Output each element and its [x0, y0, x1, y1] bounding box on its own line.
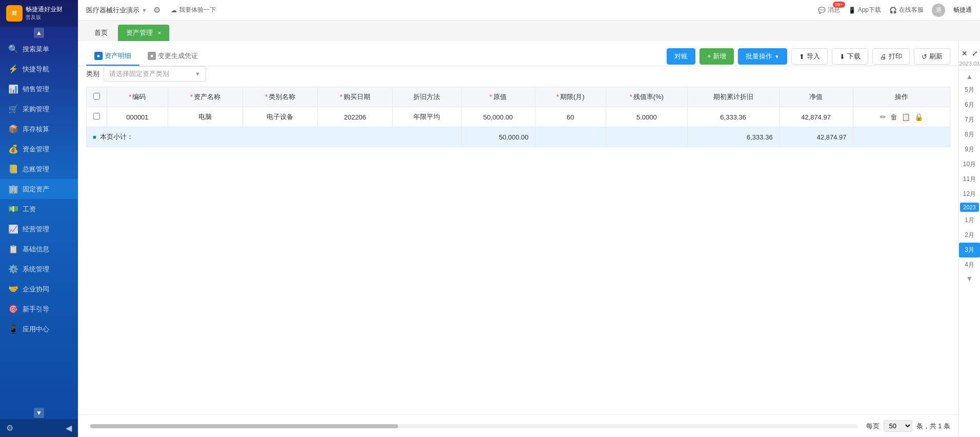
refresh-button[interactable]: ↺ 刷新 [914, 48, 950, 65]
download-icon: ⬇ [839, 53, 845, 61]
rp-month-1[interactable]: 1月 [959, 213, 980, 228]
rp-month-10[interactable]: 10月 [959, 157, 980, 172]
sidebar-item-basic[interactable]: 📋 基础信息 [0, 239, 78, 259]
cell-name: 电脑 [168, 107, 243, 127]
sidebar-item-sales[interactable]: 📊 销售管理 [0, 79, 78, 99]
row-select-checkbox[interactable] [93, 113, 100, 120]
import-button[interactable]: ⬆ 导入 [791, 48, 828, 65]
logo-icon: 财 [6, 5, 23, 22]
tab-close-icon[interactable]: × [158, 30, 161, 36]
sidebar-scroll-up[interactable]: ▲ [34, 28, 44, 38]
settings-icon[interactable]: ⚙ [6, 423, 13, 433]
th-category: *类别名称 [243, 87, 317, 107]
message-button[interactable]: 💬 消息 99+ [818, 6, 840, 14]
rp-month-9[interactable]: 9月 [959, 142, 980, 157]
sidebar-item-appstore[interactable]: 📱 应用中心 [0, 319, 78, 339]
th-purchase-date: *购买日期 [317, 87, 392, 107]
ledger-icon: 📒 [8, 164, 18, 174]
category-select-arrow: ▼ [195, 71, 201, 77]
username[interactable]: 畅捷通 [953, 6, 972, 14]
reconcile-button[interactable]: 对账 [667, 48, 695, 65]
page-tabs: 首页 资产管理 × [78, 21, 980, 41]
topbar-settings-icon[interactable]: ⚙ [153, 5, 161, 15]
category-select[interactable]: 请选择固定资产类别 ▼ [104, 66, 206, 82]
th-net-value: 净值 [779, 87, 853, 107]
rp-month-5[interactable]: 5月 [959, 83, 980, 97]
rp-month-8[interactable]: 8月 [959, 127, 980, 142]
rp-month-7[interactable]: 7月 [959, 112, 980, 127]
rp-month-12[interactable]: 12月 [959, 187, 980, 202]
operation-icon: 📈 [8, 224, 18, 234]
lock-icon[interactable]: 🔒 [914, 113, 923, 121]
content-main: ■ 资产明细 ■ 变更生成凭证 对账 + 新增 批量操作 ▼ ⬆ [78, 41, 958, 437]
sidebar-item-quicknav[interactable]: ⚡ 快捷导航 [0, 59, 78, 79]
service-button[interactable]: 🎧 在线客服 [889, 6, 924, 14]
asset-detail-icon: ■ [94, 52, 103, 60]
message-icon: 💬 [818, 7, 826, 14]
sidebar-item-guide[interactable]: 🎯 新手引导 [0, 299, 78, 319]
rp-month-11[interactable]: 11月 [959, 172, 980, 187]
sidebar-item-collab[interactable]: 🤝 企业协同 [0, 279, 78, 299]
print-button[interactable]: 🖨 打印 [872, 48, 910, 65]
cell-purchase-date: 202206 [317, 107, 392, 127]
table-header-row: *编码 *资产名称 *类别名称 *购买日期 折旧方法 *原值 *期限(月) *残… [87, 87, 950, 107]
cell-action: ✏ 🗑 📋 🔒 [853, 107, 950, 127]
company-name: 医疗器械行业演示 [86, 6, 139, 15]
rp-scroll-down-icon[interactable]: ▼ [964, 272, 975, 285]
sidebar-item-ledger[interactable]: 📒 总账管理 [0, 159, 78, 179]
rp-month-6[interactable]: 6月 [959, 97, 980, 112]
sidebar-item-operation[interactable]: 📈 经营管理 [0, 219, 78, 239]
page-size-select[interactable]: 50 10 20 100 [884, 420, 912, 432]
filter-label: 类别 [86, 69, 99, 78]
sidebar-item-fixed[interactable]: 🏢 固定资产 [0, 179, 78, 199]
add-button[interactable]: + 新增 [699, 48, 734, 65]
appdown-button[interactable]: 📱 App下载 [848, 6, 881, 14]
rp-scroll-up-icon[interactable]: ▲ [964, 70, 975, 83]
sidebar-item-search[interactable]: 🔍 搜索菜单 [0, 39, 78, 59]
inventory-icon: 📦 [8, 124, 18, 134]
table-scrollbar[interactable] [90, 424, 858, 428]
service-icon: 🎧 [889, 7, 897, 14]
import-icon: ⬆ [799, 53, 805, 61]
rp-month-2[interactable]: 2月 [959, 228, 980, 243]
copy-icon[interactable]: 📋 [902, 113, 910, 121]
sidebar-nav: 🔍 搜索菜单 ⚡ 快捷导航 📊 销售管理 🛒 采购管理 📦 库存核算 💰 资金管… [0, 39, 78, 407]
sidebar-item-funds[interactable]: 💰 资金管理 [0, 139, 78, 159]
select-all-checkbox[interactable] [93, 93, 100, 100]
cell-code: 000001 [107, 107, 168, 127]
basic-icon: 📋 [8, 244, 18, 254]
company-selector[interactable]: 医疗器械行业演示 ▼ [86, 6, 147, 15]
tab-assets[interactable]: 资产管理 × [118, 25, 169, 41]
sidebar-scroll-down[interactable]: ▼ [34, 408, 44, 418]
sidebar-item-salary[interactable]: 💵 工资 [0, 199, 78, 219]
batch-dropdown-icon: ▼ [774, 54, 779, 59]
collapse-icon[interactable]: ◀ [66, 423, 72, 433]
th-checkbox [87, 87, 107, 107]
avatar: 通 [932, 4, 945, 17]
right-panel-expand-icon[interactable]: ⤢ [971, 48, 979, 58]
right-panel-close-icon[interactable]: ✕ [961, 48, 969, 58]
th-period: *期限(月) [535, 87, 606, 107]
experience-button[interactable]: ☁ 我要体验一下 [171, 6, 216, 14]
subtab-change-voucher[interactable]: ■ 变更生成凭证 [139, 47, 206, 66]
topbar: 医疗器械行业演示 ▼ ⚙ ☁ 我要体验一下 💬 消息 99+ 📱 App下载 🎧… [78, 0, 980, 21]
sidebar-item-system[interactable]: ⚙️ 系统管理 [0, 259, 78, 279]
tab-home[interactable]: 首页 [86, 25, 116, 41]
sidebar-item-purchase[interactable]: 🛒 采购管理 [0, 99, 78, 119]
rp-month-3[interactable]: 3月 [959, 243, 980, 257]
batch-button[interactable]: 批量操作 ▼ [738, 48, 787, 65]
cell-period: 60 [535, 107, 606, 127]
cell-residual-rate: 5.0000 [606, 107, 688, 127]
row-checkbox[interactable] [87, 107, 107, 127]
subtotal-netvalue: 42,874.97 [779, 127, 853, 147]
subtab-asset-detail[interactable]: ■ 资产明细 [86, 47, 139, 66]
rp-month-4[interactable]: 4月 [959, 257, 980, 272]
purchase-icon: 🛒 [8, 104, 18, 114]
sidebar-item-inventory[interactable]: 📦 库存核算 [0, 119, 78, 139]
salary-icon: 💵 [8, 204, 18, 214]
download-button[interactable]: ⬇ 下载 [832, 48, 868, 65]
sub-tabs: ■ 资产明细 ■ 变更生成凭证 对账 + 新增 批量操作 ▼ ⬆ [78, 41, 958, 66]
topbar-right: 💬 消息 99+ 📱 App下载 🎧 在线客服 通 畅捷通 [818, 4, 972, 17]
edit-icon[interactable]: ✏ [880, 113, 886, 121]
delete-icon[interactable]: 🗑 [890, 113, 897, 121]
